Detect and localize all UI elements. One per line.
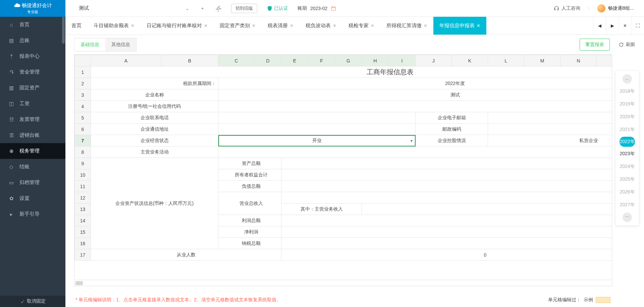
human-consult-button[interactable]: 人工咨询 (553, 5, 580, 11)
sidebar-scrollbar[interactable] (62, 17, 65, 44)
sidebar-item-inventory[interactable]: ☰进销台账 (0, 127, 65, 143)
close-icon[interactable]: ✕ (371, 23, 374, 28)
tab-scroll-right[interactable]: ▶ (606, 17, 619, 35)
year-option-active[interactable]: 2022年 (620, 137, 635, 147)
year-option[interactable]: 2019年 (615, 98, 639, 111)
col-header[interactable]: L (488, 55, 524, 67)
cell[interactable] (281, 226, 612, 238)
sidebar-item-tax[interactable]: ⊕税务管理 (0, 143, 65, 159)
cell[interactable] (218, 112, 416, 124)
add-icon[interactable]: ＋ (199, 5, 206, 12)
cell[interactable] (362, 204, 612, 215)
cell[interactable] (281, 215, 612, 226)
row-header[interactable]: 11 (75, 181, 91, 192)
sidebar-item-funds[interactable]: ֏资金管理 (0, 64, 65, 80)
refresh-button[interactable]: 刷新 (619, 42, 635, 48)
tab-asset-category[interactable]: 固定资产类别✕ (214, 17, 262, 35)
cell[interactable] (281, 181, 612, 192)
year-option[interactable]: 2021年 (615, 123, 639, 136)
cell[interactable] (281, 192, 612, 204)
switch-old-version-button[interactable]: 切到旧版 (231, 4, 257, 13)
sidebar-item-invoice[interactable]: ☶发票管理 (0, 112, 65, 127)
cell[interactable] (281, 169, 612, 181)
cell[interactable] (488, 124, 612, 135)
col-header[interactable]: B (161, 55, 218, 67)
year-option[interactable]: 2020年 (615, 111, 639, 123)
row-header[interactable]: 2 (75, 78, 91, 89)
sidebar-item-fixed-assets[interactable]: ▥固定资产 (0, 80, 65, 96)
close-icon[interactable]: ✕ (252, 23, 256, 28)
year-option[interactable]: 2025年 (615, 173, 639, 186)
cell[interactable] (218, 146, 612, 158)
row-header[interactable]: 3 (75, 89, 91, 101)
cell[interactable]: 测试 (218, 89, 612, 101)
tab-income-tax[interactable]: 所得税汇算清缴✕ (380, 17, 433, 35)
cell[interactable] (218, 101, 612, 112)
business-status-dropdown[interactable]: 开业▼ (218, 135, 416, 146)
cell[interactable]: 0 (281, 249, 612, 261)
tab-tax-fluctuation[interactable]: 税负波动表✕ (300, 17, 342, 35)
sidebar-item-settings[interactable]: ✿设置 (0, 190, 65, 206)
row-header[interactable]: 9 (75, 158, 91, 169)
sidebar-item-salary[interactable]: ◫工资 (0, 96, 65, 112)
row-header[interactable]: 6 (75, 124, 91, 135)
close-icon[interactable]: ✕ (204, 23, 208, 28)
sidebar-item-archive[interactable]: ▭归档管理 (0, 175, 65, 190)
company-select[interactable]: 测试 ⌄ (79, 5, 190, 11)
tab-home[interactable]: 首页 (65, 17, 88, 35)
close-icon[interactable]: ✕ (477, 23, 480, 28)
year-option[interactable]: 2027年 (615, 199, 639, 211)
col-header[interactable]: N (560, 55, 597, 67)
unpin-sidebar-button[interactable]: 取消固定 (0, 296, 65, 307)
tab-annual-report[interactable]: 年报信息申报表✕ (433, 17, 486, 35)
cell[interactable]: 2022年度 (218, 78, 612, 89)
row-header[interactable]: 1 (75, 67, 91, 78)
cell[interactable]: 私营企业 (488, 135, 612, 146)
sidebar-item-home[interactable]: ⌂首页 (0, 17, 65, 33)
col-header[interactable]: O (597, 55, 612, 67)
subtab-basic-info[interactable]: 基础信息 (74, 38, 105, 51)
row-header[interactable]: 15 (75, 226, 91, 238)
tab-tax-register[interactable]: 税表清册✕ (262, 17, 300, 35)
row-header[interactable]: 16 (75, 238, 91, 249)
reset-report-button[interactable]: 重置报表 (580, 39, 610, 51)
tab-aux-balance[interactable]: 斗目辅助余额表✕ (88, 17, 141, 35)
sidebar-item-guide[interactable]: ▸新手引导 (0, 206, 65, 222)
col-header[interactable]: C (218, 55, 255, 67)
row-header[interactable]: 5 (75, 112, 91, 124)
col-header[interactable]: K (452, 55, 488, 67)
close-icon[interactable]: ✕ (333, 23, 336, 28)
horizontal-scrollbar[interactable] (74, 280, 612, 286)
col-header[interactable]: E (281, 55, 308, 67)
col-header[interactable]: H (362, 55, 389, 67)
gear-icon[interactable] (215, 5, 222, 12)
year-option[interactable]: 2023年 (615, 147, 639, 160)
close-all-tabs[interactable]: ✕ (619, 17, 631, 35)
row-header[interactable]: 12 (75, 192, 91, 204)
row-header[interactable]: 7 (75, 135, 91, 146)
year-option[interactable]: 2026年 (615, 186, 639, 199)
year-scroll-down[interactable]: ﹀ (623, 213, 632, 222)
sidebar-item-ledger[interactable]: ▤总账 (0, 33, 65, 48)
close-icon[interactable]: ✕ (424, 23, 427, 28)
tab-scroll-left[interactable]: ◀ (593, 17, 606, 35)
col-header[interactable]: M (524, 55, 560, 67)
tab-bank-reconcile[interactable]: 日记账与银行对账单核对✕ (141, 17, 214, 35)
sidebar-item-closing[interactable]: ◇结账 (0, 159, 65, 175)
col-header[interactable]: D (255, 55, 281, 67)
sidebar-item-reports[interactable]: ⇡报表中心 (0, 48, 65, 64)
cell[interactable] (281, 158, 612, 169)
accounting-period[interactable]: 账期 2023-02 (298, 5, 336, 11)
col-header[interactable]: J (416, 55, 452, 67)
user-menu[interactable]: 畅捷通B组... (597, 4, 634, 12)
col-header[interactable]: A (91, 55, 161, 67)
cell[interactable] (218, 124, 416, 135)
close-icon[interactable]: ✕ (290, 23, 293, 28)
year-option[interactable]: 2024年 (615, 160, 639, 173)
cell[interactable] (488, 112, 612, 124)
year-option[interactable]: 2018年 (615, 85, 639, 98)
row-header[interactable]: 13 (75, 204, 91, 215)
scrollbar-thumb[interactable] (75, 281, 83, 285)
row-header[interactable]: 8 (75, 146, 91, 158)
col-header[interactable]: F (308, 55, 335, 67)
